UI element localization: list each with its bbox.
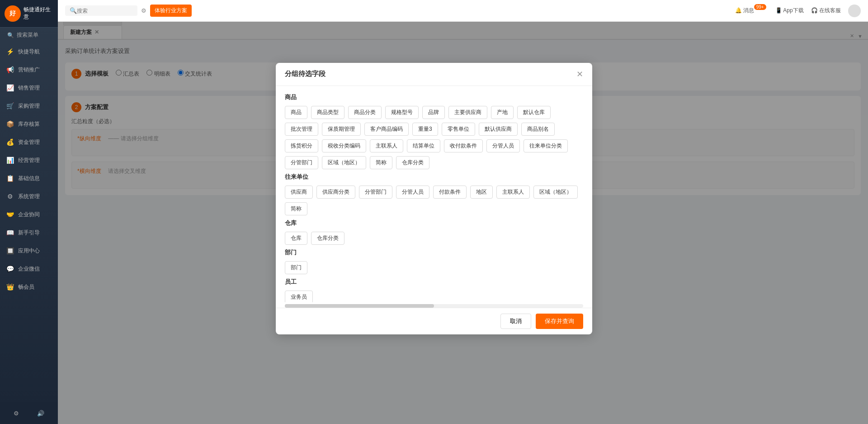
field-grid-warehouse: 仓库仓库分类: [285, 232, 583, 245]
experience-btn[interactable]: 体验行业方案: [150, 5, 192, 17]
notification-icon: 🔔: [735, 7, 742, 14]
field-tag-goods-6[interactable]: 产地: [491, 106, 514, 119]
field-tag-goods-21[interactable]: 往来单位分类: [524, 139, 568, 152]
cancel-button[interactable]: 取消: [500, 314, 531, 329]
field-tag-goods-10[interactable]: 客户商品编码: [364, 123, 409, 136]
guide-icon: 📖: [5, 228, 14, 237]
sidebar-item-marketing[interactable]: 📢 营销推广: [0, 61, 58, 79]
field-tag-contact-7[interactable]: 区域（地区）: [533, 186, 578, 199]
app-download[interactable]: 📱 App下载: [775, 7, 804, 14]
app-center-label: 应用中心: [18, 247, 40, 255]
user-avatar[interactable]: [848, 5, 861, 17]
field-tag-warehouse-0[interactable]: 仓库: [285, 232, 307, 245]
sidebar-item-basic-info[interactable]: 📋 基础信息: [0, 169, 58, 187]
field-tag-goods-9[interactable]: 保质期管理: [322, 123, 361, 136]
horizontal-scrollbar[interactable]: [285, 304, 583, 308]
field-tag-staff-0[interactable]: 业务员: [285, 291, 313, 302]
field-tag-goods-5[interactable]: 主要供应商: [448, 106, 487, 119]
field-tag-contact-4[interactable]: 付款条件: [433, 186, 467, 199]
marketing-label: 营销推广: [18, 66, 40, 74]
field-select-modal: 分组待选字段 ✕ 商品商品商品类型商品分类规格型号品牌主要供应商产地默认仓库批次…: [276, 63, 592, 334]
sidebar-item-guide[interactable]: 📖 新手引导: [0, 224, 58, 242]
wechat-label: 企业微信: [18, 265, 40, 273]
field-tag-contact-5[interactable]: 地区: [470, 186, 493, 199]
horizontal-scrollbar-area: [276, 302, 592, 308]
basic-info-icon: 📋: [5, 174, 14, 183]
field-tag-goods-25[interactable]: 仓库分类: [396, 156, 429, 169]
basic-info-label: 基础信息: [18, 175, 40, 182]
sidebar-item-inventory[interactable]: 📦 库存核算: [0, 115, 58, 133]
sidebar-item-operation[interactable]: 📊 经营管理: [0, 151, 58, 169]
field-tag-goods-13[interactable]: 默认供应商: [479, 123, 518, 136]
sidebar-item-member[interactable]: 👑 畅会员: [0, 278, 58, 296]
field-tag-goods-22[interactable]: 分管部门: [285, 156, 318, 169]
sidebar-item-purchase[interactable]: 🛒 采购管理: [0, 97, 58, 115]
field-tag-goods-24[interactable]: 简称: [370, 156, 392, 169]
sidebar-item-app-center[interactable]: 🔲 应用中心: [0, 242, 58, 260]
marketing-icon: 📢: [5, 65, 14, 74]
section-title-goods: 商品: [285, 93, 583, 101]
field-tag-goods-23[interactable]: 区域（地区）: [322, 156, 366, 169]
wechat-icon: 💬: [5, 264, 14, 273]
field-grid-contact: 供应商供应商分类分管部门分管人员付款条件地区主联系人区域（地区）简称: [285, 186, 583, 215]
modal-title: 分组待选字段: [285, 70, 326, 78]
bottom-toolbar: ⚙ 🔊: [0, 402, 58, 424]
field-tag-goods-7[interactable]: 默认仓库: [517, 106, 551, 119]
field-tag-goods-1[interactable]: 商品类型: [311, 106, 344, 119]
guide-label: 新手引导: [18, 229, 40, 237]
field-tag-goods-4[interactable]: 品牌: [422, 106, 445, 119]
field-tag-contact-3[interactable]: 分管人员: [396, 186, 429, 199]
field-tag-goods-17[interactable]: 主联系人: [370, 139, 403, 152]
field-tag-goods-20[interactable]: 分管人员: [486, 139, 520, 152]
sales-label: 销售管理: [18, 84, 40, 92]
sidebar-nav: ⚡ 快捷导航 📢 营销推广 📈 销售管理 🛒 采购管理 📦 库存核算 💰 资金管…: [0, 43, 58, 296]
field-grid-department: 部门: [285, 261, 583, 274]
sidebar-item-cooperation[interactable]: 🤝 企业协同: [0, 205, 58, 224]
sidebar-item-wechat[interactable]: 💬 企业微信: [0, 260, 58, 278]
sidebar-item-finance[interactable]: 💰 资金管理: [0, 133, 58, 151]
field-tag-goods-18[interactable]: 结算单位: [407, 139, 440, 152]
sidebar-item-system[interactable]: ⚙ 系统管理: [0, 187, 58, 205]
search-input[interactable]: [77, 8, 122, 14]
purchase-icon: 🛒: [5, 101, 14, 110]
sidebar-item-sales[interactable]: 📈 销售管理: [0, 79, 58, 97]
field-tag-goods-3[interactable]: 规格型号: [385, 106, 419, 119]
field-tag-goods-0[interactable]: 商品: [285, 106, 307, 119]
system-label: 系统管理: [18, 193, 40, 200]
member-label: 畅会员: [18, 283, 34, 291]
settings-icon[interactable]: ⚙: [14, 410, 19, 417]
system-icon: ⚙: [5, 192, 14, 201]
member-icon: 👑: [5, 282, 14, 291]
online-service[interactable]: 🎧 在线客服: [811, 7, 841, 14]
field-tag-contact-2[interactable]: 分管部门: [359, 186, 392, 199]
field-tag-goods-2[interactable]: 商品分类: [348, 106, 382, 119]
field-tag-contact-8[interactable]: 简称: [285, 202, 307, 215]
field-tag-goods-16[interactable]: 税收分类编码: [322, 139, 366, 152]
section-goods: 商品商品商品类型商品分类规格型号品牌主要供应商产地默认仓库批次管理保质期管理客户…: [285, 93, 583, 169]
field-tag-contact-0[interactable]: 供应商: [285, 186, 313, 199]
header-search-icon: 🔍: [70, 7, 77, 14]
field-tag-goods-8[interactable]: 批次管理: [285, 123, 318, 136]
modal-header: 分组待选字段 ✕: [276, 63, 592, 86]
field-tag-goods-15[interactable]: 拣货积分: [285, 139, 318, 152]
field-tag-contact-1[interactable]: 供应商分类: [316, 186, 355, 199]
field-tag-warehouse-1[interactable]: 仓库分类: [311, 232, 344, 245]
sidebar-search[interactable]: 🔍 搜索菜单: [0, 28, 58, 43]
confirm-button[interactable]: 保存并查询: [536, 314, 583, 329]
sidebar-item-quick-nav[interactable]: ⚡ 快捷导航: [0, 43, 58, 61]
modal-close-icon[interactable]: ✕: [576, 69, 583, 79]
field-tag-goods-12[interactable]: 零售单位: [442, 123, 475, 136]
audio-icon[interactable]: 🔊: [37, 410, 44, 417]
field-tag-contact-6[interactable]: 主联系人: [496, 186, 530, 199]
field-tag-goods-11[interactable]: 重量3: [412, 123, 438, 136]
field-grid-goods: 商品商品类型商品分类规格型号品牌主要供应商产地默认仓库批次管理保质期管理客户商品…: [285, 106, 583, 169]
section-contact: 往来单位供应商供应商分类分管部门分管人员付款条件地区主联系人区域（地区）简称: [285, 173, 583, 215]
notification-label: 消息: [743, 7, 754, 14]
gear-icon[interactable]: ⚙: [141, 7, 146, 14]
field-tag-department-0[interactable]: 部门: [285, 261, 307, 274]
field-tag-goods-14[interactable]: 商品别名: [521, 123, 555, 136]
field-tag-goods-19[interactable]: 收付款条件: [444, 139, 483, 152]
header-search-box[interactable]: 🔍: [65, 5, 137, 16]
notification-area[interactable]: 🔔 消息 99+: [735, 7, 768, 14]
sidebar: 好 畅捷通好生意 🔍 搜索菜单 ⚡ 快捷导航 📢 营销推广 📈 销售管理 🛒 采…: [0, 0, 58, 424]
